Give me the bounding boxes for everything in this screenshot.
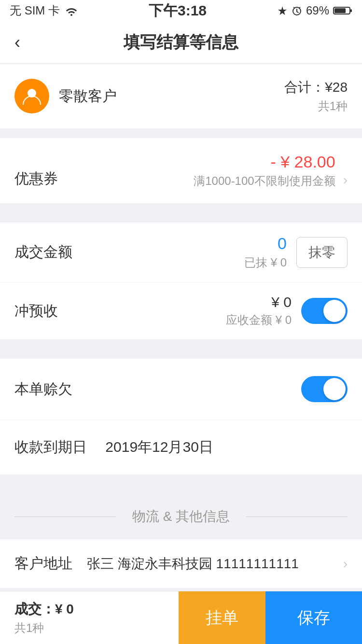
due-date-row: 收款到期日 2019年12月30日 — [0, 420, 362, 475]
credit-row: 本单赊欠 — [0, 359, 362, 420]
due-date-value: 2019年12月30日 — [105, 439, 213, 455]
coupon-detail: - ¥ 28.00 满1000-100不限制使用金额 — [194, 153, 335, 189]
deal-amount-row: 成交金额 0 已抹 ¥ 0 抹零 — [0, 223, 362, 282]
credit-toggle-thumb — [323, 378, 346, 400]
advance-toggle-track — [301, 298, 348, 324]
advance-amount-area: ¥ 0 应收金额 ¥ 0 — [226, 294, 292, 328]
advance-label: 冲预收 — [14, 301, 58, 321]
advance-right: ¥ 0 应收金额 ¥ 0 — [226, 294, 348, 328]
svg-rect-3 — [350, 9, 352, 12]
no-sim-label: 无 SIM 卡 — [10, 3, 60, 18]
customer-name: 零散客户 — [59, 86, 117, 106]
advance-toggle[interactable] — [301, 298, 348, 324]
address-value: 张三 海淀永丰科技园 11111111111 — [87, 555, 338, 573]
credit-label: 本单赊欠 — [14, 379, 72, 399]
section-divider-2 — [0, 349, 362, 359]
deal-amount-right: 0 已抹 ¥ 0 抹零 — [244, 234, 348, 270]
status-time: 下午3:18 — [149, 1, 207, 21]
logistics-label: 物流 & 其他信息 — [132, 509, 230, 524]
bottom-count: 共1种 — [14, 620, 164, 636]
advance-toggle-thumb — [323, 300, 346, 322]
status-bar-right: 69% — [277, 4, 352, 17]
coupon-right: - ¥ 28.00 满1000-100不限制使用金额 › — [194, 153, 348, 189]
section-divider-1 — [0, 213, 362, 223]
svg-rect-2 — [334, 8, 346, 13]
credit-toggle-track — [301, 376, 348, 402]
bottom-bar: 成交：¥ 0 共1种 挂单 保存 — [0, 591, 362, 644]
deal-amount-label: 成交金额 — [14, 242, 72, 262]
wifi-icon — [65, 5, 78, 16]
deal-amount-values: 0 已抹 ¥ 0 — [244, 234, 287, 270]
customer-row: 零散客户 合计：¥28 共1种 — [0, 64, 362, 128]
page-title: 填写结算等信息 — [124, 31, 238, 54]
coupon-chevron-icon: › — [343, 172, 348, 188]
coupon-amount: - ¥ 28.00 — [194, 153, 335, 171]
address-label: 客户地址 — [14, 554, 72, 574]
advance-amount: ¥ 0 — [226, 294, 292, 310]
battery-percent: 69% — [306, 4, 329, 17]
customer-total: 合计：¥28 — [284, 78, 348, 97]
bottom-deal-label: 成交：¥ 0 — [14, 600, 164, 618]
battery-icon — [333, 6, 352, 15]
coupon-row[interactable]: 优惠券 - ¥ 28.00 满1000-100不限制使用金额 › — [0, 138, 362, 203]
location-icon — [277, 5, 288, 16]
round-zero-button[interactable]: 抹零 — [296, 237, 348, 268]
customer-count: 共1种 — [284, 98, 348, 114]
bottom-summary: 成交：¥ 0 共1种 — [0, 600, 179, 636]
deal-amount-sub: 已抹 ¥ 0 — [244, 255, 287, 270]
status-bar: 无 SIM 卡 下午3:18 69% — [0, 0, 362, 21]
coupon-label: 优惠券 — [14, 169, 58, 189]
user-icon — [21, 85, 42, 107]
nav-bar: ‹ 填写结算等信息 — [0, 21, 362, 64]
advance-row: 冲预收 ¥ 0 应收金额 ¥ 0 — [0, 282, 362, 339]
logistics-section-header: 物流 & 其他信息 — [0, 494, 362, 539]
address-row[interactable]: 客户地址 张三 海淀永丰科技园 11111111111 › — [0, 539, 362, 588]
customer-total-area: 合计：¥28 共1种 — [284, 78, 348, 114]
customer-avatar — [14, 79, 49, 113]
address-chevron-icon: › — [343, 556, 348, 572]
alarm-icon — [292, 5, 302, 16]
coupon-desc: 满1000-100不限制使用金额 — [194, 173, 335, 189]
hang-order-button[interactable]: 挂单 — [179, 591, 265, 644]
section-divider-3 — [0, 484, 362, 494]
back-button[interactable]: ‹ — [14, 32, 20, 53]
save-button[interactable]: 保存 — [265, 591, 362, 644]
due-date-label: 收款到期日 — [14, 439, 87, 455]
customer-info: 零散客户 — [14, 79, 117, 113]
main-content: 零散客户 合计：¥28 共1种 优惠券 - ¥ 28.00 满1000-100不… — [0, 64, 362, 644]
deal-amount-value: 0 — [244, 234, 287, 253]
bottom-deal-value: ¥ 0 — [55, 602, 74, 616]
credit-toggle[interactable] — [301, 376, 348, 402]
advance-sub: 应收金额 ¥ 0 — [226, 312, 292, 328]
bottom-deal-prefix: 成交： — [14, 602, 55, 616]
status-bar-left: 无 SIM 卡 — [10, 3, 78, 18]
